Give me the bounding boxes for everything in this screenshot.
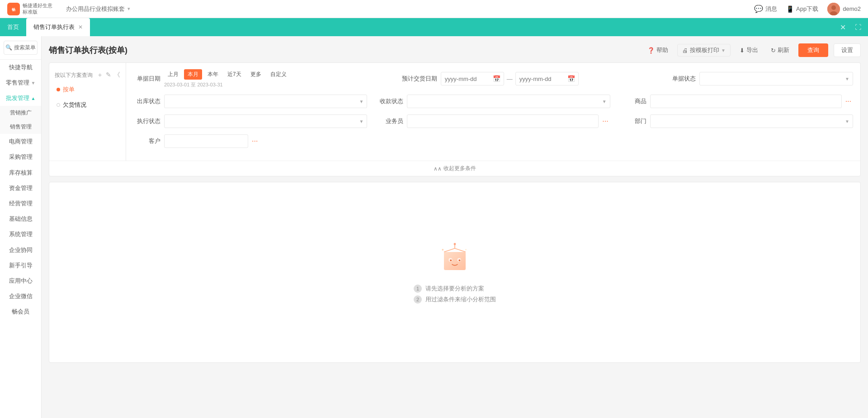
customer-input[interactable] — [164, 134, 248, 148]
tab-bar-controls: ✕ ⛶ — [837, 22, 868, 33]
breadcrumb-arrow-icon: ▾ — [127, 6, 130, 12]
tip-num-2: 2 — [414, 295, 422, 304]
refresh-button[interactable]: ↻ 刷新 — [767, 44, 793, 56]
sidebar-item-quick-nav[interactable]: 快捷导航 — [0, 60, 41, 75]
filter-field-receiptstatus: 收款状态 ▼ — [376, 95, 610, 108]
search-menu-button[interactable]: 🔍 搜索菜单 — [4, 41, 38, 55]
sidebar-item-wholesale[interactable]: 批发管理 ▲ — [0, 90, 41, 106]
svg-point-9 — [458, 259, 460, 261]
filter-field-dept: 部门 ▼ — [619, 114, 853, 128]
goods-input[interactable] — [650, 95, 842, 108]
retail-expand-icon: ▼ — [31, 81, 36, 86]
export-button[interactable]: ⬇ 导出 — [736, 44, 762, 56]
sidebar-item-ecommerce[interactable]: 电商管理 — [0, 134, 41, 149]
filter-field-expected-date: 预计交货日期 📅 — 📅 — [401, 72, 660, 86]
sidebar-item-retail[interactable]: 零售管理 ▼ — [0, 75, 41, 90]
top-header: 畅 畅捷通好生意 标准版 办公用品行业模拟账套 ▾ 💬 消息 📱 App下载 — [0, 0, 868, 18]
empty-tips: 1 请先选择要分析的方案 2 用过滤条件来缩小分析范围 — [414, 285, 496, 304]
salesman-input[interactable] — [407, 114, 599, 128]
exec-status-select[interactable] — [164, 114, 367, 128]
date-btn-current-month[interactable]: 本月 — [184, 69, 202, 80]
salesman-more-icon[interactable]: ··· — [600, 117, 610, 125]
header-right: 💬 消息 📱 App下载 demo2 — [754, 3, 861, 15]
tab-close-icon[interactable]: ✕ — [78, 24, 83, 30]
logo-area: 畅 畅捷通好生意 标准版 — [7, 3, 52, 15]
print-dropdown-icon: ▼ — [721, 48, 726, 53]
customer-more-icon[interactable]: ··· — [250, 137, 259, 145]
filter-sidebar-icons: ＋ ✎ 《 — [97, 71, 120, 79]
out-status-select[interactable] — [164, 95, 367, 108]
sidebar-item-wxwork[interactable]: 企业微信 — [0, 289, 41, 304]
tab-home[interactable]: 首页 — [0, 18, 26, 36]
message-button[interactable]: 💬 消息 — [754, 5, 777, 13]
header-left: 畅 畅捷通好生意 标准版 办公用品行业模拟账套 ▾ — [7, 3, 130, 15]
tab-maximize-button[interactable]: ⛶ — [853, 22, 863, 33]
sidebar-item-basic-info[interactable]: 基础信息 — [0, 211, 41, 227]
tab-sales-order[interactable]: 销售订单执行表 ✕ — [26, 18, 90, 36]
collapse-scheme-icon[interactable]: 《 — [114, 71, 120, 79]
salesman-label: 业务员 — [376, 117, 403, 125]
filter-scheme-sidebar: 按以下方案查询 ＋ ✎ 《 按单 欠货情况 — [49, 63, 126, 161]
svg-rect-5 — [444, 252, 466, 270]
dept-label: 部门 — [619, 117, 646, 125]
page-header: 销售订单执行表(按单) ❓ 帮助 🖨 按模板打印 ▼ ⬇ 导出 ↻ 刷新 查询 … — [49, 43, 861, 57]
sidebar-item-system[interactable]: 系统管理 — [0, 227, 41, 242]
add-scheme-icon[interactable]: ＋ — [97, 71, 103, 79]
single-date-label: 单据日期 — [133, 75, 160, 83]
expected-date-label: 预计交货日期 — [401, 75, 437, 83]
filter-field-date: 单据日期 上月 本月 本年 近7天 更多 自定义 2023-03-01 至 20… — [133, 69, 392, 88]
filter-field-customer: 客户 ··· — [133, 134, 259, 148]
date-btn-last-month[interactable]: 上月 — [164, 69, 182, 80]
export-icon: ⬇ — [740, 47, 745, 54]
sidebar-item-finance[interactable]: 资金管理 — [0, 180, 41, 196]
expected-date-to-wrapper: 📅 — [515, 72, 579, 86]
date-quick-buttons: 上月 本月 本年 近7天 更多 自定义 — [164, 69, 290, 80]
tip-num-1: 1 — [414, 285, 422, 293]
dept-select[interactable] — [650, 114, 853, 128]
sidebar-item-enterprise[interactable]: 企业协同 — [0, 242, 41, 258]
filter-row-4: 客户 ··· — [133, 134, 853, 148]
filter-field-outstatus: 出库状态 ▼ — [133, 95, 367, 108]
sidebar-item-sales[interactable]: 销售管理 — [0, 120, 41, 134]
message-icon: 💬 — [754, 5, 763, 13]
sidebar-item-member[interactable]: 畅会员 — [0, 304, 41, 319]
print-button[interactable]: 🖨 按模板打印 ▼ — [677, 44, 731, 57]
sidebar-item-marketing[interactable]: 营销推广 — [0, 106, 41, 120]
help-button[interactable]: ❓ 帮助 — [644, 44, 672, 56]
sidebar-item-operations[interactable]: 经营管理 — [0, 196, 41, 211]
sidebar-group-wholesale: 批发管理 ▲ 营销推广 销售管理 — [0, 90, 41, 134]
filter-row-3: 执行状态 ▼ 业务员 ··· 部门 — [133, 114, 853, 128]
sidebar-item-appcenter[interactable]: 应用中心 — [0, 273, 41, 289]
refresh-icon: ↻ — [771, 47, 776, 54]
dept-control: ▼ — [650, 114, 853, 128]
status-select[interactable] — [699, 72, 853, 86]
date-btn-last7days[interactable]: 近7天 — [224, 69, 245, 80]
page-title: 销售订单执行表(按单) — [49, 45, 127, 56]
filter-inner: 按以下方案查询 ＋ ✎ 《 按单 欠货情况 — [49, 63, 860, 161]
tab-minimize-button[interactable]: ✕ — [837, 22, 848, 33]
sidebar-item-newuser[interactable]: 新手引导 — [0, 258, 41, 273]
user-avatar-button[interactable]: demo2 — [827, 3, 861, 15]
empty-tip-1: 1 请先选择要分析的方案 — [414, 285, 496, 293]
logo-icon: 畅 — [7, 3, 20, 15]
scheme-item-single[interactable]: 按单 — [49, 82, 126, 97]
scheme-item-shortage[interactable]: 欠货情况 — [49, 97, 126, 113]
collapse-bar[interactable]: ∧∧ 收起更多条件 — [49, 161, 860, 176]
out-status-control: ▼ — [164, 95, 367, 108]
date-btn-current-year[interactable]: 本年 — [204, 69, 222, 80]
sidebar-item-purchase[interactable]: 采购管理 — [0, 149, 41, 165]
sidebar-item-inventory[interactable]: 库存核算 — [0, 165, 41, 180]
single-status-label: 单据状态 — [669, 75, 696, 83]
date-btn-more[interactable]: 更多 — [247, 69, 265, 80]
empty-tip-2: 2 用过滤条件来缩小分析范围 — [414, 295, 496, 304]
filter-sidebar-title: 按以下方案查询 ＋ ✎ 《 — [49, 68, 126, 82]
date-btn-custom[interactable]: 自定义 — [267, 69, 290, 80]
settings-button[interactable]: 设置 — [834, 43, 861, 57]
out-status-label: 出库状态 — [133, 97, 160, 105]
goods-more-icon[interactable]: ··· — [844, 97, 853, 105]
receipt-status-select[interactable] — [407, 95, 610, 108]
edit-scheme-icon[interactable]: ✎ — [106, 71, 111, 79]
breadcrumb[interactable]: 办公用品行业模拟账套 ▾ — [66, 5, 130, 13]
query-button[interactable]: 查询 — [798, 43, 828, 57]
app-download-button[interactable]: 📱 App下载 — [786, 5, 818, 13]
